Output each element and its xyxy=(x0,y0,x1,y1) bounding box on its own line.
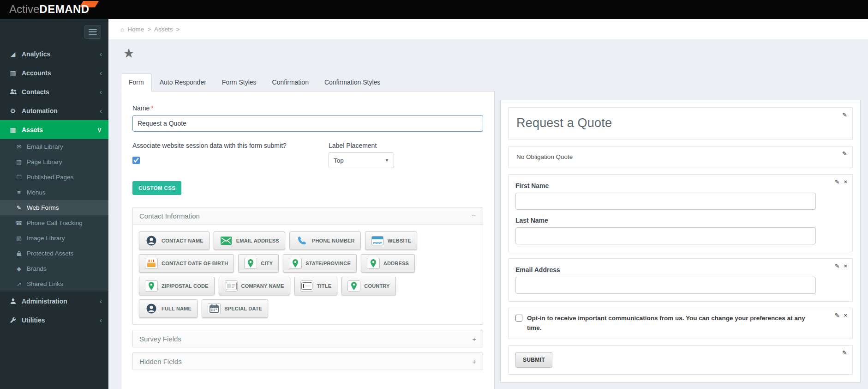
sidebar-item-protected-assets[interactable]: Protected Assets xyxy=(0,246,108,261)
optin-label: Opt-in to receive important communicatio… xyxy=(527,314,813,333)
assets-icon: ▦ xyxy=(8,126,18,134)
label-placement-value: Top xyxy=(334,157,344,164)
sidebar-item-contacts[interactable]: Contacts ‹ xyxy=(0,82,108,101)
administration-icon xyxy=(8,298,18,304)
sidebar-item-web-forms[interactable]: ✎ Web Forms xyxy=(0,200,108,215)
close-icon[interactable]: × xyxy=(844,263,847,269)
tab-form[interactable]: Form xyxy=(121,73,152,91)
breadcrumb-home-link[interactable]: Home xyxy=(127,26,144,33)
breadcrumb-separator: > xyxy=(176,26,180,33)
survey-fields-header[interactable]: Survey Fields + xyxy=(132,330,483,347)
close-icon[interactable]: × xyxy=(844,312,847,318)
web-forms-icon: ✎ xyxy=(15,204,23,211)
hidden-fields-header[interactable]: Hidden Fields + xyxy=(132,353,483,370)
sidebar-item-brands[interactable]: ◆ Brands xyxy=(0,261,108,276)
automation-icon: ⚙ xyxy=(8,107,18,115)
email-icon xyxy=(220,235,233,246)
sidebar-item-automation[interactable]: ⚙ Automation ‹ xyxy=(0,101,108,120)
sidebar-item-image-library[interactable]: ▨ Image Library xyxy=(0,231,108,246)
field-button-full-name[interactable]: FULL NAME xyxy=(139,299,198,318)
breadcrumb-assets-link[interactable]: Assets xyxy=(154,26,173,33)
first-name-input[interactable] xyxy=(515,193,816,210)
field-button-phone-number[interactable]: PHONE NUMBER xyxy=(289,231,361,250)
pencil-icon[interactable]: ✎ xyxy=(842,151,847,157)
sidebar-subitem-label: Shared Links xyxy=(27,280,63,287)
company-card-icon xyxy=(225,280,238,292)
form-editor-tabs: Form Auto Responder Form Styles Confirma… xyxy=(121,73,388,91)
sidebar-item-accounts[interactable]: ▥ Accounts ‹ xyxy=(0,63,108,82)
utilities-wrench-icon xyxy=(8,317,18,323)
field-button-state-province[interactable]: STATE/PROVINCE xyxy=(283,254,357,273)
sidebar-item-page-library[interactable]: ▤ Page Library xyxy=(0,154,108,170)
field-button-address[interactable]: ADDRESS xyxy=(361,254,415,273)
favorite-star-button[interactable]: ★ xyxy=(123,46,134,61)
sidebar-subitem-label: Email Library xyxy=(27,143,63,150)
calendar-icon xyxy=(208,303,221,314)
sidebar-item-email-library[interactable]: ✉ Email Library xyxy=(0,139,108,154)
sidebar: ◢ Analytics ‹ ▥ Accounts ‹ Contacts ‹ ⚙ … xyxy=(0,19,108,389)
sidebar-item-shared-links[interactable]: ↗ Shared Links xyxy=(0,276,108,292)
field-button-country[interactable]: COUNTRY xyxy=(341,277,395,295)
tab-confirmation[interactable]: Confirmation xyxy=(264,73,317,91)
pencil-icon[interactable]: ✎ xyxy=(835,312,840,318)
pencil-icon[interactable]: ✎ xyxy=(842,350,847,356)
chevron-left-icon: ‹ xyxy=(100,107,102,115)
field-button-email-address[interactable]: EMAIL ADDRESS xyxy=(214,231,285,250)
lock-icon xyxy=(15,250,23,256)
field-button-zip-postal-code[interactable]: ZIP/POSTAL CODE xyxy=(139,277,215,295)
form-name-input[interactable] xyxy=(132,115,483,132)
name-field-label: Name* xyxy=(132,104,483,112)
sidebar-item-phone-call-tracking[interactable]: ☎ Phone Call Tracking xyxy=(0,215,108,231)
expand-plus-icon: + xyxy=(472,335,476,343)
label-placement-label: Label Placement xyxy=(329,142,394,149)
sidebar-item-utilities[interactable]: Utilities ‹ xyxy=(0,310,108,329)
pencil-icon[interactable]: ✎ xyxy=(835,179,840,185)
sidebar-item-assets[interactable]: ▦ Assets ∨ xyxy=(0,120,108,139)
sidebar-subitem-label: Menus xyxy=(27,189,46,196)
accounts-icon: ▥ xyxy=(8,69,18,77)
published-pages-icon: ❐ xyxy=(15,174,23,181)
label-placement-select[interactable]: Top ▼ xyxy=(329,152,394,168)
field-button-company-name[interactable]: COMPANY NAME xyxy=(219,277,290,295)
phone-icon: ☎ xyxy=(15,219,23,226)
tab-confirmation-styles[interactable]: Confirmation Styles xyxy=(317,73,388,91)
field-button-special-date[interactable]: SPECIAL DATE xyxy=(202,299,268,318)
field-button-title[interactable]: TITLE xyxy=(294,277,338,295)
sidebar-item-menus[interactable]: ≡ Menus xyxy=(0,185,108,200)
submit-button[interactable]: SUBMIT xyxy=(515,352,552,368)
sidebar-item-published-pages[interactable]: ❐ Published Pages xyxy=(0,170,108,185)
field-button-contact-name[interactable]: CONTACT NAME xyxy=(139,231,210,250)
hamburger-icon xyxy=(89,29,97,30)
activedemand-logo[interactable]: ActiveDEMAND xyxy=(9,3,90,16)
contact-name-icon xyxy=(145,303,158,314)
sidebar-item-analytics[interactable]: ◢ Analytics ‹ xyxy=(0,44,108,63)
optin-checkbox[interactable] xyxy=(515,315,522,322)
field-button-city[interactable]: CITY xyxy=(238,254,279,273)
pencil-icon[interactable]: ✎ xyxy=(842,112,847,118)
birthday-cake-icon xyxy=(145,258,158,269)
contact-information-title: Contact Information xyxy=(139,212,200,220)
chevron-left-icon: ‹ xyxy=(100,316,102,324)
chevron-down-icon: ∨ xyxy=(97,126,102,134)
collapse-minus-icon: − xyxy=(472,212,476,221)
map-pin-icon xyxy=(347,280,360,292)
sidebar-subitem-label: Page Library xyxy=(27,158,62,165)
contact-information-header[interactable]: Contact Information − xyxy=(133,207,483,225)
email-address-input[interactable] xyxy=(515,277,816,294)
contacts-icon xyxy=(8,89,18,95)
map-pin-icon xyxy=(244,258,257,269)
field-button-contact-date-of-birth[interactable]: CONTACT DATE OF BIRTH xyxy=(139,254,234,273)
tab-auto-responder[interactable]: Auto Responder xyxy=(152,73,214,91)
hidden-fields-title: Hidden Fields xyxy=(139,358,182,365)
sidebar-subitem-label: Brands xyxy=(27,265,47,272)
field-button-website[interactable]: www WEBSITE xyxy=(365,231,418,250)
tab-form-styles[interactable]: Form Styles xyxy=(214,73,264,91)
last-name-input[interactable] xyxy=(515,227,816,244)
associate-session-checkbox[interactable] xyxy=(132,157,140,164)
custom-css-button[interactable]: CUSTOM CSS xyxy=(132,181,181,195)
sidebar-item-administration[interactable]: Administration ‹ xyxy=(0,292,108,310)
pencil-icon[interactable]: ✎ xyxy=(835,263,840,269)
sidebar-toggle-button[interactable] xyxy=(84,25,101,39)
close-icon[interactable]: × xyxy=(844,179,847,185)
logo-text-bold: DEMAND xyxy=(39,3,89,15)
